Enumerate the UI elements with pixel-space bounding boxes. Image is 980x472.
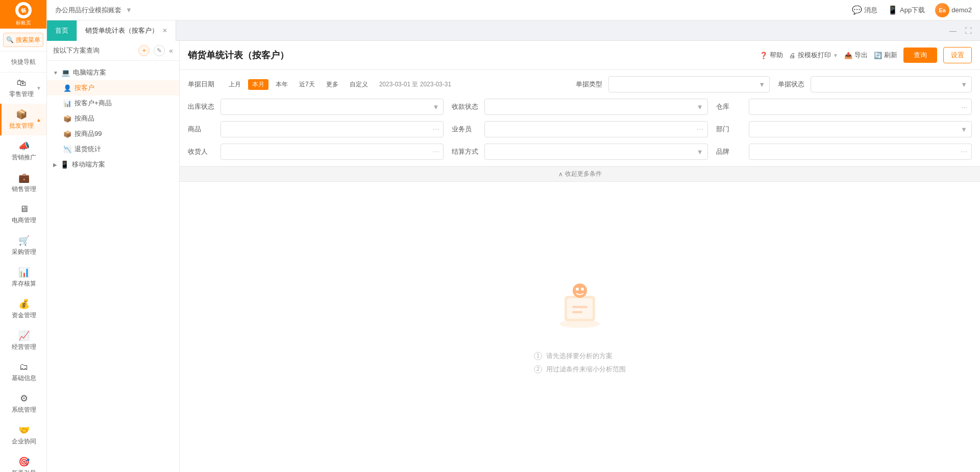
- warehouse-select[interactable]: ···: [749, 99, 972, 115]
- tab-close-icon[interactable]: ✕: [162, 27, 167, 34]
- sidebar-item-marketing[interactable]: 📣 营销推广: [0, 135, 46, 167]
- download-icon: 📱: [888, 5, 898, 15]
- date-more[interactable]: 更多: [322, 79, 342, 90]
- empty-state: 1 请先选择要分析的方案 2 用过滤条件来缩小分析范围: [180, 182, 980, 472]
- step-1-number: 1: [534, 352, 542, 360]
- settlement-label: 结算方式: [452, 147, 480, 156]
- print-button[interactable]: 🖨 按模板打印 ▼: [789, 51, 838, 60]
- sidebar-item-wholesale[interactable]: 📦 批发管理 ▲: [0, 104, 46, 135]
- app-logo[interactable]: 畅 标账页: [0, 0, 47, 29]
- user-profile[interactable]: Ea demo2: [935, 3, 972, 17]
- page-title-row: 销货单统计表（按客户） ❓ 帮助 🖨 按模板打印 ▼ 📤: [188, 47, 972, 63]
- settings-button[interactable]: 设置: [943, 47, 972, 63]
- quick-nav-button[interactable]: 快捷导航: [0, 55, 46, 69]
- search-menu-button[interactable]: 🔍 搜索菜单: [3, 33, 43, 47]
- tree-item-return-stats[interactable]: 📉 退货统计: [47, 141, 179, 157]
- refresh-button[interactable]: 🔄 刷新: [874, 51, 897, 60]
- message-label: 消息: [864, 6, 877, 15]
- sidebar-item-cooperation[interactable]: 🤝 企业协同: [0, 419, 46, 451]
- by-goods-label: 按商品: [75, 114, 94, 123]
- sidebar-item-operations[interactable]: 📈 经营管理: [0, 325, 46, 357]
- salesperson-select[interactable]: ···: [484, 121, 707, 137]
- system-name: 办公用品行业模拟账套: [55, 6, 121, 15]
- tree-mobile-icon: 📱: [60, 160, 69, 169]
- query-button[interactable]: 查询: [903, 48, 937, 63]
- tree-item-by-customer[interactable]: 👤 按客户: [47, 80, 179, 96]
- recipient-label: 收货人: [188, 147, 216, 156]
- doc-type-select[interactable]: ▼: [608, 76, 770, 92]
- collapse-panel-button[interactable]: «: [169, 46, 173, 55]
- tree-item-by-goods-99[interactable]: 📦 按商品99: [47, 126, 179, 141]
- page-actions: ❓ 帮助 🖨 按模板打印 ▼ 📤 导出 🔄: [760, 47, 972, 63]
- logo-icon: 畅: [15, 2, 32, 18]
- header-left: 办公用品行业模拟账套 ▼: [55, 6, 132, 15]
- sidebar-item-basic[interactable]: 🗂 基础信息: [0, 357, 46, 388]
- export-label: 导出: [854, 51, 868, 60]
- tree-item-by-customer-goods[interactable]: 📊 按客户+商品: [47, 96, 179, 111]
- svg-rect-9: [572, 311, 582, 313]
- sidebar-item-finance[interactable]: 💰 资金管理: [0, 293, 46, 325]
- sidebar-item-ecommerce[interactable]: 🖥 电商管理: [0, 199, 46, 230]
- date-custom[interactable]: 自定义: [346, 79, 372, 90]
- sidebar-item-purchase-label: 采购管理: [12, 248, 36, 256]
- date-current-year[interactable]: 本年: [272, 79, 292, 90]
- tree-mobile-toggle: ▶: [53, 162, 57, 168]
- right-panel: 销货单统计表（按客户） ❓ 帮助 🖨 按模板打印 ▼ 📤: [180, 41, 980, 472]
- warehouse-dots: ···: [962, 103, 967, 111]
- collapse-conditions-button[interactable]: ∧ 收起更多条件: [558, 170, 602, 178]
- tree-mobile-header[interactable]: ▶ 📱 移动端方案: [47, 157, 179, 172]
- recipient-select[interactable]: ···: [220, 144, 444, 160]
- tree-desktop-label: 电脑端方案: [73, 68, 106, 77]
- help-button[interactable]: ❓ 帮助: [760, 51, 783, 60]
- payment-status-select[interactable]: ▼: [484, 99, 707, 115]
- goods-select[interactable]: ···: [220, 121, 444, 137]
- brand-dots-icon: ···: [961, 147, 967, 156]
- tree-desktop-header[interactable]: ▼ 💻 电脑端方案: [47, 65, 179, 80]
- date-current-month[interactable]: 本月: [248, 79, 268, 90]
- system-dropdown-icon[interactable]: ▼: [126, 6, 132, 14]
- sidebar-item-newbie[interactable]: 🎯 新手引导: [0, 451, 46, 472]
- sidebar-item-system[interactable]: ⚙ 系统管理: [0, 388, 46, 419]
- sales-icon: 💼: [18, 172, 30, 183]
- app-download-button[interactable]: 📱 App下载: [888, 5, 925, 15]
- inventory-icon: 📊: [18, 267, 30, 278]
- tree-desktop-icon: 💻: [61, 68, 70, 77]
- filter-area: 单据日期 上月 本月 本年 近7天 更多 自定义 2023-03-01 至 20…: [180, 70, 980, 167]
- empty-step-1: 1 请先选择要分析的方案: [534, 349, 626, 363]
- out-status-select[interactable]: ▼: [220, 99, 444, 115]
- tab-home[interactable]: 首页: [47, 20, 77, 41]
- date-last-month[interactable]: 上月: [225, 79, 245, 90]
- department-label: 部门: [716, 125, 745, 134]
- tab-sales-customer[interactable]: 销货单统计表（按客户） ✕: [77, 20, 176, 41]
- svg-point-6: [576, 288, 579, 291]
- add-scheme-button[interactable]: +: [138, 45, 150, 56]
- sidebar-item-operations-label: 经营管理: [12, 343, 36, 351]
- payment-status-arrow-icon: ▼: [697, 103, 703, 111]
- export-button[interactable]: 📤 导出: [844, 51, 868, 60]
- svg-point-5: [573, 284, 587, 298]
- brand-select[interactable]: ···: [749, 144, 972, 160]
- settlement-select[interactable]: ▼: [484, 144, 707, 160]
- sidebar-item-inventory[interactable]: 📊 库存核算: [0, 262, 46, 293]
- sidebar-item-sales[interactable]: 💼 销售管理: [0, 167, 46, 199]
- empty-step-2: 2 用过滤条件来缩小分析范围: [534, 363, 626, 376]
- sidebar-item-wholesale-label: 批发管理: [9, 122, 34, 130]
- message-button[interactable]: 💬 消息: [852, 5, 877, 15]
- date-shortcuts: 上月 本月 本年 近7天 更多 自定义 2023-03-01 至 2023-03…: [225, 79, 451, 90]
- maximize-icon[interactable]: ⛶: [965, 27, 972, 35]
- date-last-7-days[interactable]: 近7天: [295, 79, 319, 90]
- edit-scheme-button[interactable]: ✎: [154, 45, 165, 56]
- doc-status-select[interactable]: ▼: [811, 76, 972, 92]
- department-select[interactable]: ▼: [749, 121, 972, 137]
- by-goods-99-label: 按商品99: [75, 129, 102, 138]
- tree-item-by-goods[interactable]: 📦 按商品: [47, 111, 179, 126]
- sidebar-item-finance-label: 资金管理: [12, 311, 36, 320]
- sidebar-item-retail[interactable]: 🛍 零售管理 ▼: [0, 73, 46, 104]
- sidebar-item-purchase[interactable]: 🛒 采购管理: [0, 230, 46, 262]
- print-label: 按模板打印: [798, 51, 831, 60]
- by-customer-label: 按客户: [75, 83, 94, 92]
- newbie-icon: 🎯: [18, 456, 30, 467]
- minimize-icon[interactable]: —: [949, 27, 957, 35]
- recipient-dots-icon: ···: [432, 147, 439, 156]
- tab-sales-customer-label: 销货单统计表（按客户）: [85, 26, 158, 35]
